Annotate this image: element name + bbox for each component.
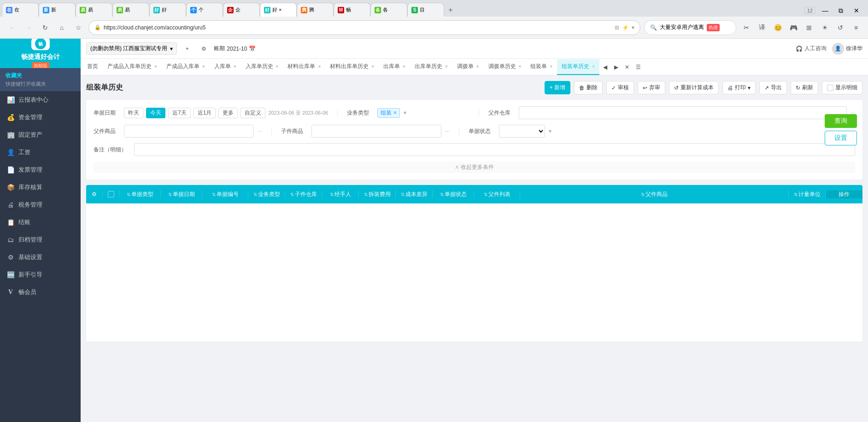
custom-btn[interactable]: 自定义 — [240, 108, 265, 118]
browser-tab-8[interactable]: 好 好 × — [260, 3, 297, 17]
th-parent-goods[interactable]: ⇅ 父件商品 — [520, 191, 789, 198]
sidebar-item-report[interactable]: 📊 云报表中心 — [0, 91, 81, 109]
tab-out-order[interactable]: 出库单 × — [379, 59, 410, 75]
browser-tab-2[interactable]: 新 新 — [39, 3, 76, 17]
sidebar-item-guide[interactable]: 🆕 新手引导 — [0, 266, 81, 283]
refresh-button[interactable]: ↻ — [39, 21, 52, 34]
th-biz-type[interactable]: ⇅ 业务类型 — [248, 191, 285, 198]
forward-button[interactable]: → — [22, 21, 35, 34]
close-button[interactable]: ✕ — [850, 5, 862, 17]
tab-prod-in[interactable]: 产成品入库单 × — [162, 59, 210, 75]
sidebar-item-settings[interactable]: ⚙ 基础设置 — [0, 249, 81, 266]
sidebar-item-salary[interactable]: 👤 工资 — [0, 144, 81, 161]
tab-home[interactable]: 首页 — [82, 59, 103, 75]
notes-input[interactable] — [134, 143, 855, 156]
sidebar-favorite[interactable]: 收藏夹 快捷键打开收藏夹 — [0, 68, 81, 91]
url-dropdown-icon[interactable]: ⊞ — [615, 24, 619, 31]
refresh-page-button[interactable]: ↻ 刷新 — [791, 81, 818, 94]
settings-gear-button[interactable]: ⚙ — [197, 42, 210, 55]
browser-tab-1[interactable]: 在 在 — [2, 3, 39, 17]
sidebar-item-settle[interactable]: 📋 结账 — [0, 214, 81, 231]
th-date[interactable]: ⇅ 单据日期 — [161, 191, 202, 198]
back-button[interactable]: ← — [6, 21, 18, 34]
tab-right-arrow[interactable]: ▶ — [610, 62, 622, 73]
browser-tab-5[interactable]: 好 好 — [149, 3, 186, 17]
tab-prod-in-close[interactable]: × — [202, 64, 205, 69]
parent-goods-more-btn[interactable]: ··· — [258, 128, 262, 134]
browser-tab-6[interactable]: 个 个 — [186, 3, 223, 17]
settings-filter-button[interactable]: 设置 — [825, 131, 857, 145]
browser-tab-4[interactable]: 易 易 — [112, 3, 149, 17]
recalc-button[interactable]: ↺ 重新计算成本 — [669, 81, 719, 94]
grid-tool[interactable]: ⊞ — [803, 21, 815, 34]
parent-goods-input[interactable] — [124, 125, 254, 138]
th-type[interactable]: ⇅ 单据类型 — [119, 191, 161, 198]
home-button[interactable]: ⌂ — [55, 21, 68, 34]
last1m-btn[interactable]: 近1月 — [194, 108, 216, 118]
print-button[interactable]: 🖨 打印 ▾ — [722, 81, 756, 94]
sun-tool[interactable]: ☀ — [818, 21, 831, 34]
order-status-dropdown-icon[interactable]: ▾ — [549, 128, 551, 134]
th-disassembly-fee[interactable]: ⇅ 拆装费用 — [359, 191, 396, 198]
browser-tab-11[interactable]: 各 各 — [370, 3, 407, 17]
abandon-button[interactable]: ↩ 弃审 — [638, 81, 665, 94]
tab-adjust[interactable]: 调拨单 × — [452, 59, 484, 75]
sidebar-item-asset[interactable]: 🏢 固定资产 — [0, 126, 81, 144]
tab-adjust-hist[interactable]: 调拨单历史 × — [484, 59, 526, 75]
collapse-bar[interactable]: ∧ 收起更多条件 — [94, 162, 855, 173]
tab-assembly[interactable]: 组装单 × — [526, 59, 557, 75]
service-button[interactable]: 🎧 人工咨询 — [796, 45, 827, 52]
tab-in-order-close[interactable]: × — [234, 64, 236, 69]
menu-tool[interactable]: ≡ — [850, 21, 862, 34]
tab-out-order-close[interactable]: × — [403, 64, 405, 69]
tab-out-order-hist-close[interactable]: × — [445, 64, 448, 69]
sidebar-item-invoice[interactable]: 📄 发票管理 — [0, 161, 81, 179]
scissors-tool[interactable]: ✂ — [740, 21, 753, 34]
sidebar-item-tax[interactable]: 🖨 税务管理 — [0, 196, 81, 214]
tab-mat-out-close[interactable]: × — [318, 64, 321, 69]
th-handler[interactable]: ⇅ 经手人 — [322, 191, 359, 198]
tab-assembly-hist-close[interactable]: × — [592, 64, 595, 69]
new-button[interactable]: + 新增 — [545, 81, 570, 94]
translate-tool[interactable]: 译 — [756, 21, 768, 34]
delete-button[interactable]: 🗑 删除 — [574, 81, 603, 94]
th-cost-diff[interactable]: ⇅ 成本差异 — [396, 191, 433, 198]
tab-adjust-hist-close[interactable]: × — [519, 64, 522, 69]
emoji-tool[interactable]: 😊 — [771, 21, 784, 34]
th-parent-list[interactable]: ⇅ 父件列表 — [474, 191, 520, 198]
more-btn[interactable]: 更多 — [218, 108, 238, 118]
order-status-select[interactable] — [499, 125, 545, 138]
tab-mat-out-hist-close[interactable]: × — [371, 64, 374, 69]
audit-button[interactable]: ✓ 审核 — [606, 81, 634, 94]
add-company-button[interactable]: + — [181, 42, 194, 55]
tab-mat-out-hist[interactable]: 材料出库单历史 × — [325, 59, 379, 75]
th-check[interactable] — [103, 191, 119, 197]
undo-tool[interactable]: ↺ — [834, 21, 847, 34]
last7-btn[interactable]: 近7天 — [168, 108, 191, 118]
browser-tab-7[interactable]: 企 企 — [223, 3, 260, 17]
search-bar[interactable]: 🔍 大量安卓用户逃离 热搜 — [644, 20, 736, 35]
today-btn[interactable]: 今天 — [146, 108, 165, 118]
tab-adjust-close[interactable]: × — [476, 64, 479, 69]
tab-out-order-hist[interactable]: 出库单历史 × — [410, 59, 452, 75]
new-tab-button[interactable]: + — [444, 4, 457, 17]
parent-warehouse-input[interactable] — [519, 106, 847, 119]
query-button[interactable]: 查询 — [825, 114, 857, 128]
tab-left-arrow[interactable]: ◀ — [599, 62, 610, 73]
user-info[interactable]: 👤 徐泽华 — [832, 43, 862, 55]
tab-assembly-hist[interactable]: 组装单历史 × — [557, 59, 599, 75]
tab-in-order-hist[interactable]: 入库单历史 × — [241, 59, 283, 75]
tab-mat-out[interactable]: 材料出库单 × — [283, 59, 325, 75]
header-checkbox[interactable] — [108, 191, 114, 197]
url-caret-icon[interactable]: ▾ — [632, 24, 634, 31]
sidebar-item-fund[interactable]: 💰 资金管理 — [0, 109, 81, 126]
th-order-status[interactable]: ⇅ 单据状态 — [433, 191, 474, 198]
th-unit[interactable]: ⇅ 计量单位 — [789, 191, 826, 198]
browser-tab-12[interactable]: S 目 — [407, 3, 444, 17]
tab-menu[interactable]: ☰ — [633, 62, 644, 73]
child-goods-input[interactable] — [311, 125, 441, 138]
url-bar[interactable]: 🔒 https://cloud.chanjet.com/accounting/u… — [88, 20, 640, 35]
tab-in-order-hist-close[interactable]: × — [276, 64, 279, 69]
browser-tab-3[interactable]: 易 易 — [76, 3, 112, 17]
browser-tab-10[interactable]: M 畅 — [334, 3, 370, 17]
